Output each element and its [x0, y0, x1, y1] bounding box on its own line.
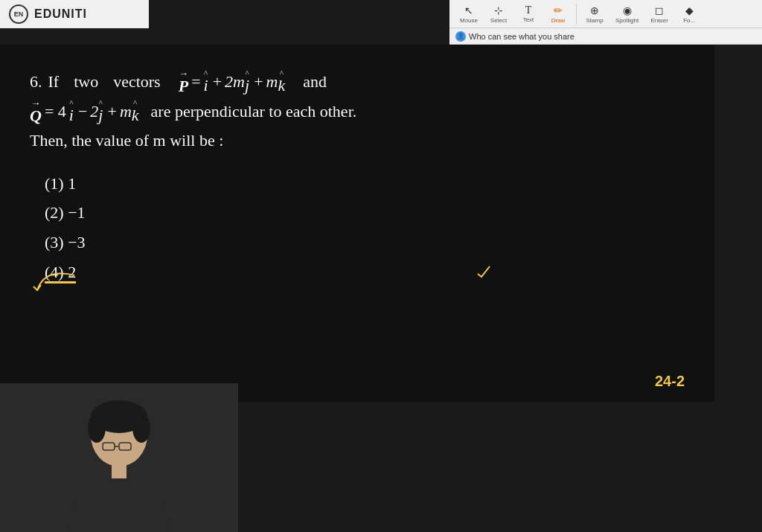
option-2-num: (2) −1	[45, 203, 86, 222]
mouse-icon: ↖	[464, 4, 473, 17]
option-3-num: (3) −3	[45, 233, 86, 251]
toolbar-spotlight[interactable]: ◉ Spotlight	[611, 3, 643, 25]
page-number: 24-2	[655, 373, 685, 390]
text-and: and	[303, 67, 327, 97]
svg-point-3	[132, 413, 150, 443]
toolbar-divider	[576, 4, 577, 25]
question-block: 6. If two vectors → P = ^ i + 2m ^ j + m	[30, 67, 685, 286]
option-1-num: (1) 1	[45, 174, 76, 193]
text-two: two	[74, 67, 98, 97]
eraser-icon: ◻	[655, 4, 664, 17]
logo-area: EN EDUNITI	[0, 0, 149, 28]
side-panel	[714, 45, 762, 417]
text-icon: T	[525, 4, 532, 16]
toolbar-draw[interactable]: ✏ Draw	[545, 3, 572, 25]
share-text: Who can see what you share	[469, 32, 574, 41]
text-then: Then, the value of m will be :	[30, 126, 223, 156]
option-2: (2) −1	[45, 198, 685, 228]
toolbar-text[interactable]: T Text	[515, 3, 542, 25]
stamp-icon: ⊕	[590, 4, 599, 17]
annotation-tick	[476, 263, 491, 278]
text-perpendicular: are perpendicular to each other.	[151, 97, 357, 126]
logo-text: EDUNITI	[34, 7, 87, 21]
logo-en-text: EN	[14, 10, 24, 18]
annotation-curve	[30, 264, 104, 294]
question-line1: 6. If two vectors → P = ^ i + 2m ^ j + m	[30, 67, 685, 97]
toolbar-row2: 👤 Who can see what you share	[449, 28, 762, 45]
svg-rect-7	[112, 464, 127, 478]
person-silhouette	[37, 398, 201, 532]
text-vectors: vectors	[113, 67, 161, 97]
toolbar-mouse[interactable]: ↖ Mouse	[455, 3, 482, 25]
svg-point-2	[88, 413, 106, 443]
option-1: (1) 1	[45, 169, 685, 199]
options-block: (1) 1 (2) −1 (3) −3 (4) 2	[30, 169, 685, 286]
logo-circle: EN	[9, 4, 28, 24]
option-4: (4) 2	[45, 257, 685, 287]
toolbar-select[interactable]: ⊹ Select	[485, 3, 512, 25]
select-icon: ⊹	[494, 4, 503, 17]
toolbar-eraser[interactable]: ◻ Eraser	[646, 3, 673, 25]
toolbar: ↖ Mouse ⊹ Select T Text ✏ Draw ⊕ Stamp ◉…	[449, 0, 762, 28]
question-number: 6.	[30, 67, 42, 97]
question-line2: → Q = 4 ^ i − 2 ^ j + m ^ k are perpen	[30, 97, 685, 126]
text-if: If	[48, 67, 60, 97]
toolbar-stamp[interactable]: ⊕ Stamp	[581, 3, 608, 25]
content-area: 6. If two vectors → P = ^ i + 2m ^ j + m	[0, 45, 714, 402]
spotlight-icon: ◉	[623, 4, 632, 17]
person-area	[0, 383, 238, 532]
format-icon: ◆	[685, 4, 694, 17]
draw-icon: ✏	[554, 4, 563, 17]
toolbar-format[interactable]: ◆ Fo...	[676, 3, 702, 25]
share-icon: 👤	[455, 31, 466, 42]
option-3: (3) −3	[45, 228, 685, 257]
question-line3: Then, the value of m will be :	[30, 126, 685, 156]
